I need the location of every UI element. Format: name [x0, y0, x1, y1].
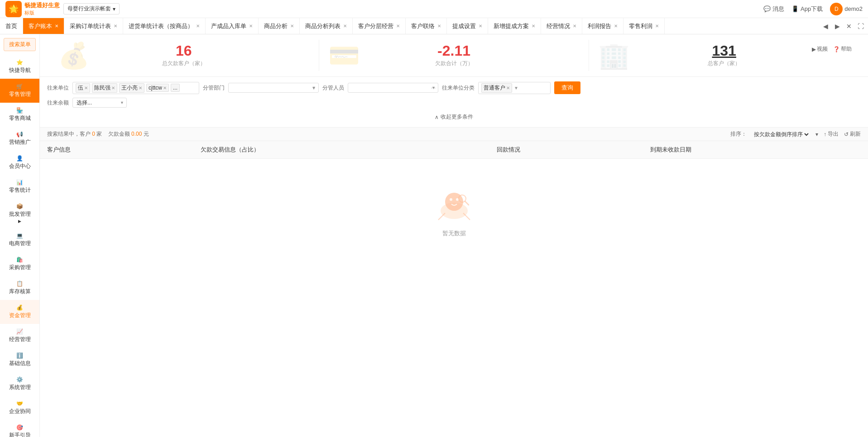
person-input[interactable] [348, 83, 438, 93]
main-layout: 搜索菜单 ⭐ 快捷导航 🛒 零售管理 🏪 零售商城 📢 营销推广 👤 会员中心 … [0, 34, 868, 437]
empty-illustration [432, 186, 477, 229]
close-tab-arrears[interactable]: ✕ [55, 24, 58, 28]
tab-stock-stats[interactable]: 进货单统计表（按商品） ✕ [123, 18, 206, 34]
dept-input[interactable] [228, 83, 319, 93]
stat-value-amount: -2.11 [437, 43, 470, 58]
sidebar-item-member[interactable]: 👤 会员中心 [0, 151, 39, 175]
unit-type-wrap[interactable]: 普通客户 ✕ ▼ [478, 82, 551, 94]
tab-arrears[interactable]: 客户账本 ✕ [23, 18, 64, 34]
logo-area: 🌟 畅捷通好生意 标版 [5, 1, 60, 17]
tab-fullscreen[interactable]: ⛶ [855, 21, 866, 32]
tab-improve-settings[interactable]: 提成设置 ✕ [447, 18, 488, 34]
sidebar-search-section: 搜索菜单 [0, 34, 39, 55]
tab-goods-list[interactable]: 商品分析列表 ✕ [300, 18, 353, 34]
stat-block-customers: 💰 16 总欠款客户（家） [49, 40, 319, 71]
tab-operation[interactable]: 经营情况 ✕ [541, 18, 582, 34]
tab-scroll-left[interactable]: ◀ [820, 21, 831, 32]
empty-text: 暂无数据 [442, 229, 466, 238]
close-tag-chen[interactable]: ✕ [111, 86, 115, 90]
tab-purchase-order[interactable]: 采购订单统计表 ✕ [64, 18, 123, 34]
video-btn[interactable]: ▶ 视频 [812, 45, 828, 53]
unit-type-tag-normal[interactable]: 普通客户 ✕ [481, 83, 512, 93]
close-tab-stock[interactable]: ✕ [196, 24, 200, 28]
sidebar-item-wholesale[interactable]: 📦 批发管理 ▶ [0, 199, 39, 228]
sidebar-item-ecommerce[interactable]: 💻 电商管理 [0, 228, 39, 252]
unit-type-dropdown[interactable]: ▼ [514, 86, 518, 90]
close-tag-wang[interactable]: ✕ [139, 86, 142, 90]
unit-tag-cjttcw[interactable]: cjttcw ✕ [146, 84, 169, 92]
tab-new-improve[interactable]: 新增提成方案 ✕ [488, 18, 541, 34]
close-tag-normal[interactable]: ✕ [506, 86, 510, 90]
sidebar-item-retail-mall[interactable]: 🏪 零售商城 [0, 103, 39, 127]
stat-label-customers: 总欠款客户（家） [162, 60, 206, 67]
export-btn[interactable]: ↑ 导出 [824, 130, 839, 138]
user-avatar[interactable]: D demo2 [830, 3, 863, 15]
unit-tag-wang[interactable]: 王小亮 ✕ [119, 83, 144, 93]
sidebar-item-purchase[interactable]: 🛍️ 采购管理 [0, 252, 39, 276]
unit-type-label: 往来单位分类 [442, 84, 475, 92]
close-tab-profit[interactable]: ✕ [614, 24, 618, 28]
balance-label: 往来余额 [47, 99, 69, 107]
close-tab-retail-profit[interactable]: ✕ [655, 24, 659, 28]
close-tab-customer-tier[interactable]: ✕ [396, 24, 400, 28]
sidebar-item-system[interactable]: ⚙️ 系统管理 [0, 372, 39, 396]
data-table: 客户信息 欠款交易信息（占比） 回款情况 到期未收款日期 [40, 141, 868, 159]
tab-produce-in[interactable]: 产成品入库单 ✕ [206, 18, 259, 34]
sidebar-item-marketing[interactable]: 📢 营销推广 [0, 127, 39, 151]
close-tab-contact[interactable]: ✕ [437, 24, 441, 28]
close-tag-wu[interactable]: ✕ [84, 86, 88, 90]
message-btn[interactable]: 💬 消息 [763, 5, 784, 13]
sidebar-item-retail-stats[interactable]: 📊 零售统计 [0, 175, 39, 199]
tab-goods-analysis[interactable]: 商品分析 ✕ [259, 18, 300, 34]
tab-customer-tier[interactable]: 客户分层经营 ✕ [353, 18, 406, 34]
sidebar-item-quick-nav[interactable]: ⭐ 快捷导航 [0, 55, 39, 79]
tab-close-all[interactable]: ✕ [844, 21, 854, 32]
logo-icon: 🌟 [5, 1, 22, 17]
unit-tag-wu[interactable]: 伍 ✕ [76, 83, 90, 93]
tab-profit[interactable]: 利润报告 ✕ [582, 18, 623, 34]
dept-select-wrap: ▼ [228, 83, 319, 93]
results-bar: 搜索结果中，客户 0 家 欠款金额 0.00 元 排序： 按欠款金额倒序排序 ▾… [40, 128, 868, 141]
help-btn[interactable]: ❓ 帮助 [833, 45, 852, 53]
balance-select[interactable]: 选择... [72, 98, 127, 108]
unit-tags-wrap[interactable]: 伍 ✕ 陈民强 ✕ 王小亮 ✕ cjttcw ✕ [72, 82, 199, 94]
unit-tag-chen[interactable]: 陈民强 ✕ [92, 83, 117, 93]
close-tab-produce[interactable]: ✕ [249, 24, 253, 28]
close-tab-operation[interactable]: ✕ [573, 24, 576, 28]
sidebar-item-finance[interactable]: 💰 资金管理 [0, 300, 39, 324]
collapse-btn[interactable]: ∧ 收起更多条件 [435, 113, 473, 121]
balance-select-wrap: 选择... [72, 98, 127, 108]
svg-line-5 [465, 201, 469, 205]
tab-retail-profit[interactable]: 零售利润 ✕ [623, 18, 665, 34]
sidebar-item-enterprise[interactable]: 🤝 企业协同 [0, 396, 39, 420]
stat-block-total: 🏢 131 总客户（家） ▶ 视频 ❓ 帮助 [589, 40, 859, 71]
account-selector[interactable]: 母婴行业演示帐套 ▾ [63, 3, 120, 14]
close-tab-purchase[interactable]: ✕ [114, 24, 117, 28]
close-tab-goods-list[interactable]: ✕ [343, 24, 347, 28]
close-tab-improve[interactable]: ✕ [479, 24, 482, 28]
sidebar-item-retail[interactable]: 🛒 零售管理 [0, 79, 39, 103]
sidebar-item-inventory[interactable]: 📋 库存核算 [0, 276, 39, 300]
stat-label-total: 总客户（家） [708, 60, 740, 67]
close-tab-new-improve[interactable]: ✕ [532, 24, 535, 28]
mall-icon: 🏪 [16, 107, 23, 114]
sidebar-item-new-guide[interactable]: 🎯 新手引导 [0, 420, 39, 437]
close-tab-goods[interactable]: ✕ [290, 24, 294, 28]
export-icon: ↑ [824, 131, 826, 138]
sidebar-item-business[interactable]: 📈 经营管理 [0, 324, 39, 348]
refresh-btn[interactable]: ↺ 刷新 [844, 130, 861, 138]
tab-home[interactable]: 首页 [0, 18, 23, 34]
search-menu-btn[interactable]: 搜索菜单 [4, 38, 36, 51]
table-wrap: 客户信息 欠款交易信息（占比） 回款情况 到期未收款日期 [40, 141, 868, 437]
collapse-icon: ∧ [435, 114, 439, 120]
sort-select[interactable]: 按欠款金额倒序排序 [752, 131, 810, 138]
query-btn[interactable]: 查询 [554, 81, 580, 94]
tab-scroll-right[interactable]: ▶ [832, 21, 843, 32]
app-download-btn[interactable]: 📱 App下载 [791, 5, 823, 13]
close-tag-cjttcw[interactable]: ✕ [163, 86, 167, 90]
sidebar-item-basic-info[interactable]: ℹ️ 基础信息 [0, 348, 39, 372]
star-icon: ⭐ [16, 59, 23, 66]
tab-customer-contact[interactable]: 客户联络 ✕ [406, 18, 447, 34]
unit-tag-more[interactable]: ... [171, 84, 180, 92]
top-bar: 🌟 畅捷通好生意 标版 母婴行业演示帐套 ▾ 💬 消息 📱 App下载 D de… [0, 0, 868, 18]
